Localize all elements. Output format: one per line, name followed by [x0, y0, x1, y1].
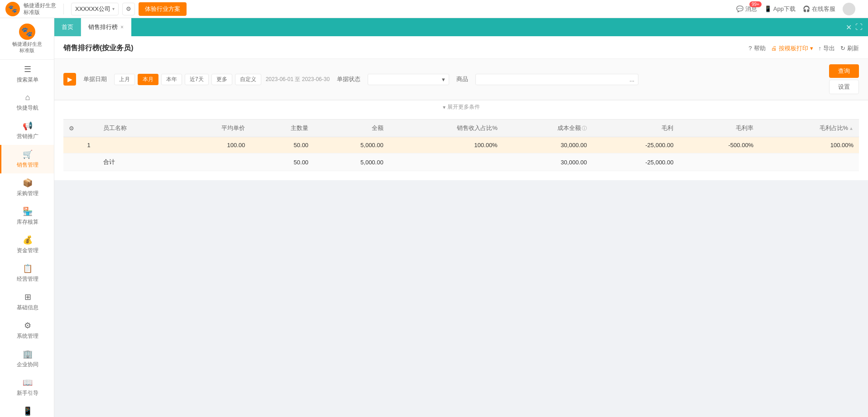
content-area: 首页 销售排行榜 × ✕ ⛶ 销售排行榜(按业务员) [54, 18, 868, 417]
sidebar-item-label: 企业协同 [17, 361, 38, 369]
page-title: 销售排行榜(按业务员) [63, 43, 134, 53]
total-row: 合计 50.00 5,000.00 30,000.00 -25,000.00 [63, 153, 859, 171]
marketing-icon: 📢 [23, 121, 33, 131]
status-select-chevron: ▾ [442, 76, 445, 83]
quantity-cell: 50.00 [250, 137, 314, 153]
col-gear[interactable]: ⚙ [63, 120, 80, 137]
tab-close-window-button[interactable]: ✕ [846, 23, 852, 32]
expand-more-label: 展开更多条件 [447, 103, 480, 111]
app-download-button[interactable]: 📱 App下载 [764, 5, 796, 13]
message-badge: 99+ [749, 1, 762, 7]
sidebar-item-label: 搜索菜单 [17, 76, 38, 84]
query-button[interactable]: 查询 [829, 64, 859, 78]
date-btn-last-7-days[interactable]: 近7天 [185, 74, 209, 85]
sidebar-item-label: 经营管理 [17, 275, 38, 283]
settings-button[interactable]: 设置 [829, 80, 859, 94]
export-button[interactable]: ↑ 导出 [819, 44, 835, 53]
sidebar-item-finance[interactable]: 💰 资金管理 [0, 230, 54, 259]
tab-home[interactable]: 首页 [54, 18, 81, 36]
sidebar-item-label: 新手引导 [17, 389, 38, 397]
sidebar-item-enterprise[interactable]: 🏢 企业协同 [0, 345, 54, 373]
date-range-display: 2023-06-01 至 2023-06-30 [266, 76, 330, 83]
company-selector[interactable]: XXXXXX公司 ▾ [71, 3, 119, 15]
total-amount-cell: 5,000.00 [314, 153, 389, 171]
goods-filter-label: 商品 [456, 75, 468, 83]
sidebar-item-guide[interactable]: 📖 新手引导 [0, 373, 54, 402]
tab-sales-rank[interactable]: 销售排行榜 × [81, 18, 131, 36]
profit-pct-cell: 100.00% [759, 137, 859, 153]
sidebar-item-app-center[interactable]: 📱 应用中心 [0, 402, 54, 417]
row-gear-cell [63, 137, 80, 153]
basic-icon: ⊞ [24, 292, 31, 302]
total-profit-pct-cell [759, 153, 859, 171]
total-label-cell [63, 153, 98, 171]
employee-cell [98, 137, 174, 153]
data-table: ⚙ 员工名称 平均单价 主数量 全额 销售收入占比% 成本全额ⓘ [63, 119, 859, 171]
goods-filter-select[interactable]: ... [475, 74, 638, 85]
tab-close-icon[interactable]: × [120, 24, 124, 30]
col-cost: 成本全额ⓘ [503, 120, 593, 137]
page-content: 销售排行榜(按业务员) ? 帮助 🖨 按模板打印 ▾ [54, 36, 868, 417]
sales-icon: 🛒 [23, 149, 33, 159]
total-cost-cell: 30,000.00 [503, 153, 593, 171]
sidebar-item-label: 资金管理 [17, 247, 38, 254]
sidebar-item-operation[interactable]: 📋 经营管理 [0, 259, 54, 288]
headset-icon: 🎧 [803, 5, 810, 12]
sidebar-item-basic[interactable]: ⊞ 基础信息 [0, 288, 54, 316]
company-name: XXXXXX公司 [75, 5, 110, 13]
total-text-cell: 合计 [98, 153, 174, 171]
company-settings-button[interactable]: ⚙ [122, 3, 135, 15]
expand-more-icon: ▾ [443, 104, 446, 110]
sidebar-item-marketing[interactable]: 📢 营销推广 [0, 116, 54, 145]
table-header-row: ⚙ 员工名称 平均单价 主数量 全额 销售收入占比% 成本全额ⓘ [63, 120, 859, 137]
status-filter-select[interactable]: ▾ [368, 74, 449, 85]
sidebar-item-system[interactable]: ⚙ 系统管理 [0, 316, 54, 345]
message-icon: 💬 [736, 5, 743, 12]
help-icon: ? [748, 45, 752, 52]
print-button[interactable]: 🖨 按模板打印 ▾ [771, 44, 813, 53]
table-row: 1 100.00 50.00 5,000.00 100.00% 30,000.0… [63, 137, 859, 153]
top-bar-right: 💬 消息 99+ 📱 App下载 🎧 在线客服 [736, 3, 863, 15]
date-btn-custom[interactable]: 自定义 [235, 74, 261, 85]
date-btn-more[interactable]: 更多 [211, 74, 232, 85]
date-btn-last-month[interactable]: 上月 [114, 74, 135, 85]
expand-more-button[interactable]: ▾ 展开更多条件 [443, 103, 480, 111]
col-profit: 毛利 [592, 120, 679, 137]
total-sales-pct-cell [389, 153, 503, 171]
sidebar: 🐾 畅捷通好生意 标准版 ☰ 搜索菜单 ⌂ 快捷导航 📢 营销推广 🛒 销售 [0, 18, 54, 417]
sidebar-item-quick-nav[interactable]: ⌂ 快捷导航 [0, 88, 54, 116]
refresh-button[interactable]: ↻ 刷新 [840, 44, 859, 53]
mobile-icon: 📱 [764, 5, 772, 12]
col-employee: 员工名称 [98, 120, 174, 137]
sidebar-item-sales[interactable]: 🛒 销售管理 [0, 145, 54, 173]
col-rank-no [80, 120, 98, 137]
sidebar-logo: 🐾 畅捷通好生意 标准版 [0, 18, 54, 60]
sidebar-item-search[interactable]: ☰ 搜索菜单 [0, 60, 54, 88]
filter-collapse-button[interactable]: ▶ [63, 73, 76, 86]
guide-icon: 📖 [23, 378, 33, 388]
date-btn-this-month[interactable]: 本月 [138, 74, 158, 85]
message-button[interactable]: 💬 消息 99+ [736, 5, 757, 13]
tab-maximize-button[interactable]: ⛶ [855, 23, 863, 31]
date-btn-this-year[interactable]: 本年 [161, 74, 182, 85]
cost-cell: 30,000.00 [503, 137, 593, 153]
sidebar-item-purchase[interactable]: 📦 采购管理 [0, 173, 54, 202]
search-menu-icon: ☰ [24, 64, 31, 74]
refresh-icon: ↻ [840, 45, 845, 52]
top-bar: 🐾 畅捷通好生意 标准版 XXXXXX公司 ▾ ⚙ 体验行业方案 💬 消息 99… [0, 0, 868, 18]
online-service-button[interactable]: 🎧 在线客服 [803, 5, 835, 13]
sidebar-item-inventory[interactable]: 🏪 库存核算 [0, 202, 54, 230]
cost-info-icon[interactable]: ⓘ [582, 125, 587, 131]
col-quantity: 主数量 [250, 120, 314, 137]
help-button[interactable]: ? 帮助 [748, 44, 765, 53]
profit-rate-cell: -500.00% [679, 137, 759, 153]
trial-button[interactable]: 体验行业方案 [139, 2, 187, 16]
total-quantity-cell: 50.00 [250, 153, 314, 171]
user-avatar[interactable] [843, 3, 855, 15]
col-profit-pct: 毛利占比%▲ [759, 120, 859, 137]
sidebar-item-label: 销售管理 [17, 161, 38, 169]
profit-pct-sort-icon[interactable]: ▲ [849, 126, 854, 131]
home-icon: ⌂ [25, 93, 30, 102]
sales-pct-cell: 100.00% [389, 137, 503, 153]
home-tab-label: 首页 [62, 23, 73, 31]
